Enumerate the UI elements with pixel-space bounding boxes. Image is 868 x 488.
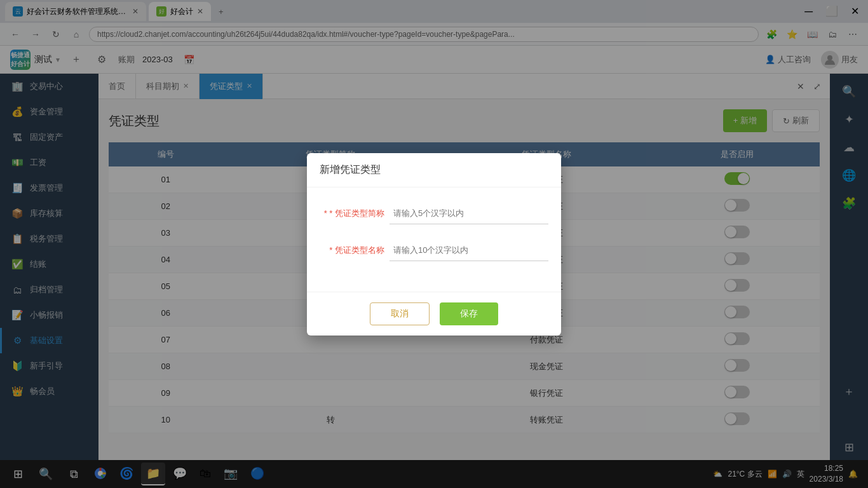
modal-title: 新增凭证类型 bbox=[320, 164, 381, 175]
abbr-label-text: * 凭证类型简称 bbox=[329, 208, 384, 218]
modal-body: * * 凭证类型简称 * 凭证类型名称 bbox=[307, 187, 561, 292]
name-form-row: * 凭证类型名称 bbox=[320, 240, 548, 261]
abbr-required-mark: * bbox=[324, 208, 327, 218]
name-label-text: 凭证类型名称 bbox=[335, 245, 384, 255]
name-required-mark: * bbox=[329, 245, 332, 255]
abbr-form-row: * * 凭证类型简称 bbox=[320, 203, 548, 224]
modal-footer: 取消 保存 bbox=[307, 292, 561, 336]
save-button[interactable]: 保存 bbox=[440, 302, 498, 325]
name-input[interactable] bbox=[390, 240, 548, 261]
modal-overlay: 新增凭证类型 * * 凭证类型简称 * 凭证类型名称 取消 保存 bbox=[0, 0, 868, 488]
new-voucher-type-modal: 新增凭证类型 * * 凭证类型简称 * 凭证类型名称 取消 保存 bbox=[307, 153, 561, 336]
name-label: * 凭证类型名称 bbox=[320, 245, 390, 256]
cancel-button[interactable]: 取消 bbox=[370, 302, 430, 325]
abbr-label: * * 凭证类型简称 bbox=[320, 208, 390, 219]
modal-header: 新增凭证类型 bbox=[307, 153, 561, 187]
abbr-input[interactable] bbox=[390, 203, 548, 224]
